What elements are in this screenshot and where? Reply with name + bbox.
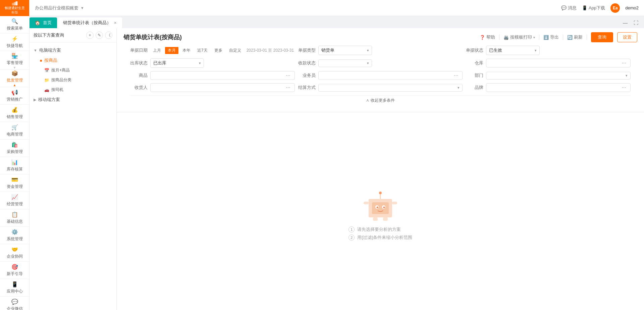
- receiver-control: ···: [150, 83, 295, 92]
- sidebar-item-wechat[interactable]: 💬 企业微信: [0, 297, 29, 310]
- date-tab-7days[interactable]: 近7天: [195, 47, 210, 54]
- sidebar-item-system-label: 系统管理: [7, 236, 23, 242]
- warehouse-dots-icon[interactable]: ···: [621, 60, 628, 66]
- app-center-icon: 📱: [11, 281, 18, 288]
- sidebar-item-purchase[interactable]: 🛍️ 采购管理: [0, 140, 29, 157]
- sidebar-item-search-label: 搜索菜单: [7, 25, 23, 31]
- receiver-dots-icon[interactable]: ···: [284, 85, 291, 90]
- tree-group-mobile-header[interactable]: ▶ 移动端方案: [30, 95, 116, 105]
- filter-staff-cell: 业务员 ···: [298, 71, 463, 80]
- purchase-icon: 🛍️: [11, 142, 18, 148]
- app-download-icon: 📱: [582, 5, 587, 10]
- sidebar-item-sales-mgmt-label: 销售管理: [7, 114, 23, 120]
- dropdown-arrow-icon[interactable]: ▾: [81, 5, 84, 10]
- settlement-control: ▾: [318, 84, 463, 92]
- edit-scheme-btn[interactable]: ✎: [96, 32, 103, 39]
- tab-bar-minimize-btn[interactable]: —: [621, 19, 629, 27]
- query-btn[interactable]: 查询: [591, 32, 613, 42]
- help-btn[interactable]: ❓ 帮助: [480, 34, 495, 40]
- goods-select[interactable]: ···: [150, 71, 295, 80]
- paymentstatus-label: 收款状态: [298, 60, 316, 66]
- doctype-select[interactable]: 销货单 ▾: [318, 46, 372, 55]
- date-tab-custom[interactable]: 自定义: [226, 47, 244, 54]
- staff-select[interactable]: ···: [318, 71, 463, 80]
- sidebar-item-search[interactable]: 🔍 搜索菜单: [0, 16, 29, 34]
- filter-settlement-cell: 结算方式 ▾: [298, 83, 463, 92]
- tree-group-pc: ▼ 电脑端方案 ● 按商品 📅 按月+商品 📁 按商品分类: [30, 45, 116, 95]
- tab-sales-stat[interactable]: 销货单统计表（按商品） ✕: [58, 17, 122, 28]
- filter-row-2: 出库状态 已出库 ▾ 收款状态: [130, 58, 631, 68]
- ecommerce-icon: 🛒: [11, 124, 18, 131]
- logo-text: 畅捷通好生意: [5, 6, 25, 10]
- tab-bar: 🏠 首页 销货单统计表（按商品） ✕ — ⛶: [30, 16, 644, 28]
- sidebar-item-app-center[interactable]: 📱 应用中心: [0, 279, 29, 297]
- date-label: 单据日期: [130, 47, 148, 53]
- warehouse-select[interactable]: ···: [486, 59, 631, 67]
- tree-item-by-goods[interactable]: ● 按商品: [30, 55, 116, 65]
- brand-dots-icon[interactable]: ···: [621, 85, 628, 90]
- settings-btn[interactable]: 设置: [617, 32, 637, 42]
- receiver-select[interactable]: ···: [150, 83, 295, 92]
- paymentstatus-arrow-icon: ▾: [367, 61, 369, 65]
- staff-dots-icon[interactable]: ···: [452, 73, 460, 78]
- tab-bar-expand-btn[interactable]: ⛶: [632, 19, 640, 27]
- filter-row-3: 商品 ··· 业务员: [130, 71, 631, 80]
- export-btn[interactable]: ⬇️ 导出: [543, 34, 559, 40]
- tree-item-by-month-goods[interactable]: 📅 按月+商品: [30, 65, 116, 75]
- sidebar-item-marketing[interactable]: 📢 营销推广: [0, 87, 29, 105]
- sidebar-item-retail-label: 零售管理: [7, 60, 23, 66]
- date-tab-cur-month[interactable]: 本月: [165, 47, 178, 54]
- avatar[interactable]: Ea: [610, 3, 620, 13]
- template-print-arrow: ▾: [533, 36, 535, 39]
- docstatus-select[interactable]: 已生效 ▾: [486, 46, 540, 55]
- sidebar-item-inventory[interactable]: 📊 库存核算: [0, 157, 29, 174]
- tab-close-btn[interactable]: ✕: [114, 21, 117, 25]
- tree-item-by-driver[interactable]: 🚗 按司机: [30, 85, 116, 95]
- goods-dots-icon[interactable]: ···: [284, 73, 291, 78]
- sidebar-item-wholesale-label: 批发管理: [7, 78, 23, 83]
- refresh-btn[interactable]: 🔄 刷新: [567, 34, 583, 40]
- staff-control: ···: [318, 71, 463, 80]
- settlement-select[interactable]: ▾: [318, 84, 463, 92]
- avatar-initial: Ea: [613, 6, 618, 10]
- tree-item-by-category[interactable]: 📁 按商品分类: [30, 75, 116, 85]
- sidebar-item-basic[interactable]: 📋 基础信息: [0, 209, 29, 227]
- collapse-bar[interactable]: ∧ 收起更多条件: [130, 95, 631, 105]
- paymentstatus-control: ▾: [318, 59, 463, 67]
- sidebar-item-system[interactable]: ⚙️ 系统管理: [0, 227, 29, 244]
- sidebar-item-finance[interactable]: 💳 资金管理: [0, 174, 29, 192]
- svg-rect-1: [14, 2, 16, 5]
- tree-item-by-category-label: 按商品分类: [51, 77, 71, 83]
- svg-point-10: [379, 192, 382, 194]
- sidebar-item-quick-nav[interactable]: ⚡ 快捷导航: [0, 34, 29, 51]
- empty-illustration: [360, 182, 400, 222]
- sidebar-item-enterprise[interactable]: 🤝 企业协同: [0, 244, 29, 262]
- date-tab-more[interactable]: 更多: [212, 47, 225, 54]
- sidebar-item-operation[interactable]: 📈 经营管理: [0, 192, 29, 209]
- paymentstatus-select[interactable]: ▾: [318, 59, 372, 67]
- app-download-btn[interactable]: 📱 App下载: [582, 5, 605, 11]
- help-icon: ❓: [480, 35, 485, 40]
- sidebar-item-retail[interactable]: 🏪 零售管理 ▼: [0, 52, 29, 70]
- template-print-btn[interactable]: 🖨️ 按模板打印 ▾: [503, 34, 535, 40]
- date-tab-year[interactable]: 本年: [180, 47, 193, 54]
- left-panel-title: 按以下方案查询: [34, 32, 64, 38]
- tab-home[interactable]: 🏠 首页: [30, 17, 57, 28]
- filter-warehouse-cell: 仓库 ···: [466, 58, 631, 68]
- outstatus-select[interactable]: 已出库 ▾: [150, 58, 204, 68]
- page-header-top: 销货单统计表(按商品) ❓ 帮助 🖨️ 按模板打印 ▾: [123, 32, 637, 42]
- doctype-arrow-icon: ▾: [367, 48, 369, 53]
- date-tab-prev-month[interactable]: 上月: [150, 47, 164, 54]
- dept-select[interactable]: ▾: [486, 72, 631, 80]
- tree-group-pc-label: 电脑端方案: [39, 47, 61, 53]
- sidebar-item-wholesale[interactable]: 📦 批发管理 ▲: [0, 70, 29, 87]
- sidebar-item-ecommerce[interactable]: 🛒 电商管理: [0, 122, 29, 140]
- collapse-panel-btn[interactable]: 《: [105, 32, 112, 39]
- warehouse-control: ···: [486, 59, 631, 67]
- sidebar-item-newbie[interactable]: 🎯 新手引导: [0, 262, 29, 279]
- brand-select[interactable]: ···: [486, 83, 631, 92]
- sidebar-item-sales-mgmt[interactable]: 💰 销售管理: [0, 105, 29, 122]
- tree-group-pc-header[interactable]: ▼ 电脑端方案: [30, 45, 116, 55]
- add-scheme-btn[interactable]: +: [86, 32, 94, 39]
- message-btn[interactable]: 💬 消息: [561, 5, 577, 11]
